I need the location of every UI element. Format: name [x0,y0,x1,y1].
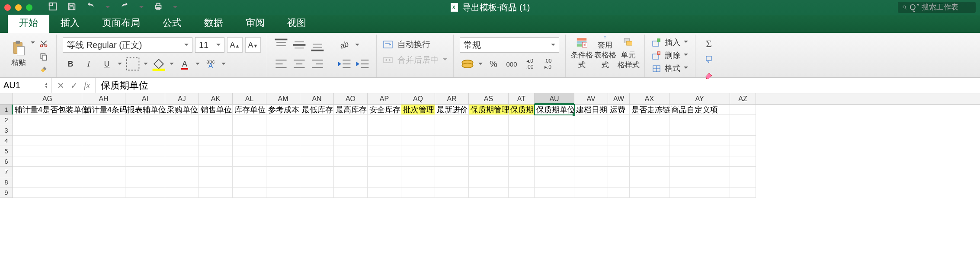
formula-input[interactable]: 保质期单位 [96,79,980,92]
cell-AQ4[interactable] [401,136,435,146]
increase-font-button[interactable]: A▲ [227,37,243,53]
underline-button[interactable]: U [99,56,115,72]
cell-AI3[interactable] [125,125,165,136]
cell-AG9[interactable] [13,188,82,198]
cell-AW7[interactable] [608,167,630,177]
cell-AX4[interactable] [630,136,669,146]
phonetic-button[interactable]: abcA [203,56,218,72]
cell-AH4[interactable] [82,136,125,146]
cell-AK3[interactable] [199,125,233,136]
sheet-search[interactable]: Q˄ [898,2,976,13]
cell-AT9[interactable] [509,188,535,198]
italic-button[interactable]: I [81,56,96,72]
cell-AM3[interactable] [266,125,300,136]
autosum-button[interactable]: Σ [702,37,715,50]
align-bottom-button[interactable] [310,37,325,53]
font-name-combo[interactable]: 等线 Regular (正文) [63,37,192,53]
row-header-1[interactable]: 1 [0,105,13,115]
cell-AR5[interactable] [435,146,469,156]
decrease-font-button[interactable]: A▼ [245,37,261,53]
cell-AG3[interactable] [13,125,82,136]
column-header-AG[interactable]: AG [13,93,82,104]
maximize-icon[interactable] [26,4,32,11]
insert-cells-button[interactable]: +插入 [652,37,688,48]
cell-AP7[interactable] [368,167,401,177]
cell-AK2[interactable] [199,115,233,125]
cell-AQ1[interactable]: 批次管理 [401,105,435,115]
cell-AI5[interactable] [125,146,165,156]
wrap-text-button[interactable]: 自动换行 [383,39,447,50]
align-center-button[interactable] [291,56,307,72]
cell-AS6[interactable] [469,156,509,167]
column-header-AK[interactable]: AK [199,93,233,104]
cell-AR1[interactable]: 最新进价 [435,105,469,115]
cell-AT8[interactable] [509,177,535,188]
cell-AT3[interactable] [509,125,535,136]
cell-AY3[interactable] [669,125,730,136]
column-header-AP[interactable]: AP [368,93,401,104]
fill-color-dropdown[interactable] [169,57,174,70]
fill-button[interactable] [702,53,715,66]
cell-AQ7[interactable] [401,167,435,177]
cell-AX1[interactable]: 是否走冻链 [630,105,669,115]
cell-AL3[interactable] [233,125,266,136]
column-header-AN[interactable]: AN [300,93,334,104]
cell-AO6[interactable] [334,156,368,167]
cell-AN2[interactable] [300,115,334,125]
cell-AV9[interactable] [574,188,608,198]
cell-AG2[interactable] [13,115,82,125]
number-format-combo[interactable]: 常规 [460,37,559,53]
column-header-AX[interactable]: AX [630,93,669,104]
font-color-button[interactable]: A [177,56,192,72]
cell-AH7[interactable] [82,167,125,177]
column-header-AJ[interactable]: AJ [165,93,199,104]
cell-AU7[interactable] [535,167,574,177]
cell-AN9[interactable] [300,188,334,198]
cell-AI2[interactable] [125,115,165,125]
cell-AP5[interactable] [368,146,401,156]
cancel-formula-button[interactable]: ✕ [57,80,64,91]
cell-AQ5[interactable] [401,146,435,156]
column-header-AL[interactable]: AL [233,93,266,104]
cell-AZ7[interactable] [730,167,756,177]
cell-AO9[interactable] [334,188,368,198]
row-header-6[interactable]: 6 [0,156,13,167]
cut-button[interactable] [37,37,50,50]
undo-icon[interactable] [86,2,96,13]
row-header-2[interactable]: 2 [0,115,13,125]
cell-AX5[interactable] [630,146,669,156]
format-painter-button[interactable] [37,63,50,76]
print-icon[interactable] [154,2,163,13]
cell-AP2[interactable] [368,115,401,125]
cell-AU9[interactable] [535,188,574,198]
phonetic-dropdown[interactable] [221,57,226,70]
cell-AR3[interactable] [435,125,469,136]
cell-AS5[interactable] [469,146,509,156]
file-icon[interactable] [48,2,58,13]
cell-AJ3[interactable] [165,125,199,136]
column-header-AM[interactable]: AM [266,93,300,104]
cell-AX8[interactable] [630,177,669,188]
cell-AT2[interactable] [509,115,535,125]
cell-AS7[interactable] [469,167,509,177]
cell-AO7[interactable] [334,167,368,177]
column-header-AT[interactable]: AT [509,93,535,104]
borders-dropdown[interactable] [143,57,148,70]
cell-AK5[interactable] [199,146,233,156]
cell-AL5[interactable] [233,146,266,156]
cell-AL4[interactable] [233,136,266,146]
align-top-button[interactable] [273,37,289,53]
font-size-combo[interactable]: 11 [195,37,224,53]
cell-AT5[interactable] [509,146,535,156]
cell-AJ9[interactable] [165,188,199,198]
orientation-dropdown[interactable] [355,38,360,51]
cell-AL9[interactable] [233,188,266,198]
cell-styles-button[interactable]: 单元 格样式 [617,36,640,70]
accounting-format-button[interactable] [460,56,475,72]
cell-AO2[interactable] [334,115,368,125]
row-header-7[interactable]: 7 [0,167,13,177]
cell-AG8[interactable] [13,177,82,188]
cell-AS9[interactable] [469,188,509,198]
cell-AV1[interactable]: 建档日期 [574,105,608,115]
cell-AO3[interactable] [334,125,368,136]
